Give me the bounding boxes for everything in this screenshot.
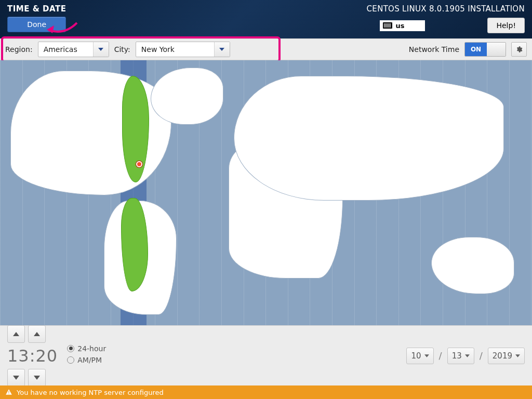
toolbar: Region: Americas City: New York Network … xyxy=(0,38,532,60)
time-format-24h-radio[interactable]: 24-hour xyxy=(67,344,106,353)
chevron-down-icon xyxy=(93,42,109,57)
day-select[interactable]: 13 xyxy=(447,348,474,364)
minute-down-button[interactable] xyxy=(28,369,46,387)
svg-rect-0 xyxy=(8,391,9,393)
hour-up-button[interactable] xyxy=(7,325,25,343)
keyboard-layout-indicator[interactable]: us xyxy=(380,20,425,31)
keyboard-layout-label: us xyxy=(395,22,404,30)
warning-icon xyxy=(5,389,12,396)
install-title: CENTOS LINUX 8.0.1905 INSTALLATION xyxy=(367,4,525,14)
svg-rect-1 xyxy=(8,393,9,394)
month-value: 10 xyxy=(411,351,421,361)
date-separator: / xyxy=(439,350,442,361)
year-value: 2019 xyxy=(493,351,512,361)
radio-dot-icon xyxy=(67,345,74,352)
chevron-down-icon xyxy=(465,354,470,357)
chevron-down-icon xyxy=(424,354,429,357)
chevron-down-icon xyxy=(214,42,230,57)
location-pin xyxy=(136,161,142,167)
year-select[interactable]: 2019 xyxy=(488,348,525,364)
page-title: TIME & DATE xyxy=(7,4,66,14)
help-button[interactable]: Help! xyxy=(487,18,525,33)
hour-down-button[interactable] xyxy=(7,369,25,387)
day-value: 13 xyxy=(452,351,462,361)
timezone-map[interactable] xyxy=(0,60,532,325)
date-separator: / xyxy=(480,350,483,361)
header: TIME & DATE Done CENTOS LINUX 8.0.1905 I… xyxy=(0,0,532,38)
done-button[interactable]: Done xyxy=(7,17,66,32)
network-time-toggle[interactable]: ON xyxy=(464,42,506,57)
month-select[interactable]: 10 xyxy=(406,348,433,364)
region-label: Region: xyxy=(5,45,33,54)
keyboard-icon xyxy=(383,22,392,29)
toggle-knob xyxy=(487,43,506,56)
chevron-down-icon xyxy=(515,354,520,357)
network-time-label: Network Time xyxy=(409,45,459,54)
gear-icon xyxy=(515,46,523,53)
warning-message: You have no working NTP server configure… xyxy=(17,389,164,396)
warning-bar: You have no working NTP server configure… xyxy=(0,385,532,399)
toggle-on-label: ON xyxy=(465,43,487,56)
time-display: 13:20 xyxy=(7,346,58,366)
radio-dot-icon xyxy=(67,356,74,364)
time-format-24h-label: 24-hour xyxy=(77,344,106,353)
city-label: City: xyxy=(114,45,130,54)
bottom-panel: 13:20 24-hour AM/PM 10 / 13 / 2019 xyxy=(0,325,532,385)
region-select-value: Americas xyxy=(38,45,93,54)
city-select[interactable]: New York xyxy=(136,42,230,57)
continent-eurasia xyxy=(234,76,504,201)
time-format-ampm-label: AM/PM xyxy=(77,356,102,364)
region-select[interactable]: Americas xyxy=(38,42,109,57)
ntp-settings-button[interactable] xyxy=(511,42,527,57)
city-select-value: New York xyxy=(136,45,214,54)
time-format-ampm-radio[interactable]: AM/PM xyxy=(67,356,106,364)
minute-up-button[interactable] xyxy=(28,325,46,343)
